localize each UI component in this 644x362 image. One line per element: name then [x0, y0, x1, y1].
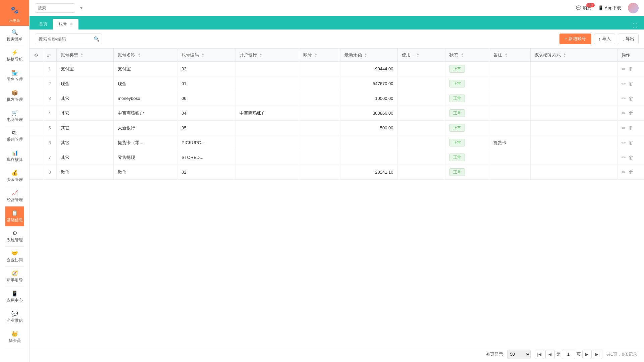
col-usage[interactable]: 使用... ▲▼ [397, 49, 445, 62]
row-account-cell [299, 76, 340, 91]
col-balance[interactable]: 最新余额 ▲▼ [340, 49, 397, 62]
action-buttons: ✏ 🗑 [622, 125, 640, 131]
page-size-select[interactable]: 50 100 200 [507, 350, 531, 359]
sidebar-item-basic[interactable]: 📋 基础信息 [5, 206, 24, 227]
row-bank-cell [235, 121, 299, 135]
sidebar-item-label: 基础信息 [7, 217, 23, 223]
row-action-cell: ✏ 🗑 [617, 135, 644, 150]
app-download-button[interactable]: 📱 App下载 [598, 5, 621, 11]
sidebar-item-finance[interactable]: 💰 资金管理 [5, 166, 24, 186]
next-page-button[interactable]: ▶ [582, 350, 592, 359]
toolbar-left: 🔍 [35, 34, 102, 44]
sidebar-item-purchase[interactable]: 🛍 采购管理 [5, 126, 24, 146]
edit-button[interactable]: ✏ [622, 66, 626, 72]
tab-account[interactable]: 账号 ✕ [53, 19, 78, 29]
table-row: 2 现金 现金 01 547670.00 正常 ✏ 🗑 [30, 76, 644, 91]
row-name-cell: 微信 [114, 165, 177, 180]
row-remark-cell [489, 121, 531, 135]
row-index-cell: 8 [43, 165, 56, 180]
prev-page-button[interactable]: ◀ [545, 350, 555, 359]
col-remark[interactable]: 备注 ▲▼ [489, 49, 531, 62]
row-account-cell [299, 62, 340, 76]
search-icon[interactable]: 🔍 [94, 36, 99, 42]
col-settlement[interactable]: 默认结算方式 ▲▼ [531, 49, 617, 62]
logo-text: 乐惠版 [9, 18, 20, 23]
sidebar-item-member[interactable]: 👑 畅会员 [5, 327, 24, 347]
export-icon: ↓ [622, 37, 625, 42]
edit-button[interactable]: ✏ [622, 96, 626, 102]
export-button[interactable]: ↓ 导出 [618, 34, 639, 44]
sidebar-item-search[interactable]: 🔍 搜索菜单 [5, 26, 24, 46]
col-bank[interactable]: 开户银行 ▲▼ [235, 49, 299, 62]
row-remark-cell [489, 165, 531, 180]
edit-button[interactable]: ✏ [622, 155, 626, 161]
sidebar-item-inventory[interactable]: 📊 库存核算 [5, 146, 24, 166]
last-page-button[interactable]: ▶| [593, 350, 602, 359]
sidebar-item-quick[interactable]: ⚡ 快捷导航 [5, 46, 24, 66]
message-button[interactable]: 💬 消息 99+ [576, 5, 591, 11]
sidebar-item-system[interactable]: ⚙ 系统管理 [5, 227, 24, 247]
col-status[interactable]: 状态 ▲▼ [445, 49, 489, 62]
page-nav: |◀ ◀ 第 页 ▶ ▶| [535, 350, 602, 359]
add-account-button[interactable]: + 新增账号 [559, 34, 591, 44]
sidebar-item-guide[interactable]: 🧭 新手引导 [5, 267, 24, 287]
row-bank-cell [235, 91, 299, 106]
import-button[interactable]: ↑ 导入 [594, 34, 615, 44]
col-type[interactable]: 账号类型 ▲▼ [56, 49, 114, 62]
row-action-cell: ✏ 🗑 [617, 91, 644, 106]
col-code[interactable]: 账号编码 ▲▼ [177, 49, 235, 62]
row-bank-cell [235, 62, 299, 76]
delete-button[interactable]: 🗑 [629, 96, 634, 101]
sidebar-item-label: 资金管理 [7, 177, 23, 183]
delete-button[interactable]: 🗑 [629, 66, 634, 72]
tab-home[interactable]: 首页 [34, 19, 53, 29]
row-type-cell: 支付宝 [56, 62, 114, 76]
page-number-input[interactable] [562, 350, 575, 359]
table-row: 4 其它 中百商场账户 04 中百商场账户 383866.00 正常 ✏ 🗑 [30, 106, 644, 121]
sidebar-item-appcenter[interactable]: 📱 应用中心 [5, 287, 24, 307]
account-search-input[interactable] [35, 34, 102, 44]
sidebar-item-label: 搜索菜单 [7, 37, 23, 42]
status-badge: 正常 [449, 80, 465, 87]
edit-button[interactable]: ✏ [622, 81, 626, 87]
row-balance-cell: 383866.00 [340, 106, 397, 121]
delete-button[interactable]: 🗑 [629, 169, 634, 175]
col-name[interactable]: 账号名称 ▲▼ [114, 49, 177, 62]
delete-button[interactable]: 🗑 [629, 81, 634, 86]
user-avatar[interactable] [628, 3, 639, 13]
sidebar-item-agreement[interactable]: 🤝 企业协同 [5, 247, 24, 267]
edit-button[interactable]: ✏ [622, 169, 626, 175]
first-page-button[interactable]: |◀ [535, 350, 544, 359]
sidebar-item-wechat[interactable]: 💬 企业微信 [5, 307, 24, 327]
dropdown-arrow-icon[interactable]: ▼ [79, 5, 84, 10]
add-account-label: + 新增账号 [565, 36, 586, 42]
row-settings-cell [30, 106, 43, 121]
finance-icon: 💰 [11, 170, 18, 176]
delete-button[interactable]: 🗑 [629, 110, 634, 116]
sidebar-item-operation[interactable]: 📈 经营管理 [5, 186, 24, 206]
sidebar-item-retail[interactable]: 🏪 零售管理 [5, 66, 24, 86]
col-settings[interactable]: ⚙ [30, 49, 43, 62]
app-logo[interactable]: 🐾 乐惠版 [0, 0, 29, 26]
edit-button[interactable]: ✏ [622, 140, 626, 146]
row-type-cell: 微信 [56, 165, 114, 180]
col-account[interactable]: 账号 ▲▼ [299, 49, 340, 62]
edit-button[interactable]: ✏ [622, 110, 626, 116]
sidebar-item-wholesale[interactable]: 📦 批发管理 [5, 86, 24, 106]
edit-button[interactable]: ✏ [622, 125, 626, 131]
delete-button[interactable]: 🗑 [629, 125, 634, 131]
row-settlement-cell [531, 135, 617, 150]
row-name-cell: 提货卡（零... [114, 135, 177, 150]
tab-account-label: 账号 [58, 21, 67, 27]
sidebar-item-ecommerce[interactable]: 🛒 电商管理 [5, 106, 24, 126]
tab-account-close-icon[interactable]: ✕ [70, 22, 73, 26]
sidebar-item-label: 新手引导 [7, 278, 23, 283]
delete-button[interactable]: 🗑 [629, 155, 634, 160]
topbar-search-input[interactable] [35, 3, 75, 13]
table-row: 1 支付宝 支付宝 03 -90444.00 正常 ✏ 🗑 [30, 62, 644, 76]
row-balance-cell: 500.00 [340, 121, 397, 135]
row-settings-cell [30, 135, 43, 150]
delete-button[interactable]: 🗑 [629, 140, 634, 145]
fullscreen-icon[interactable]: ⛶ [630, 21, 640, 29]
row-usage-cell [397, 150, 445, 165]
